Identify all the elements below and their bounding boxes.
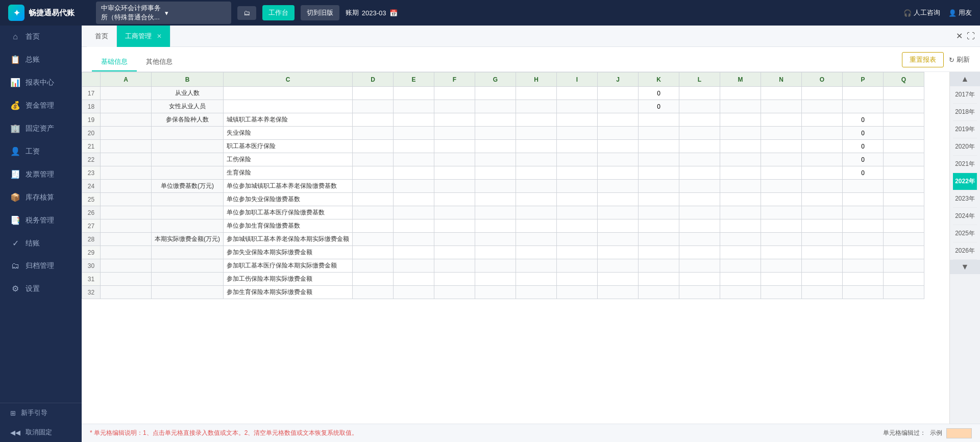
cell-col-h[interactable] (516, 233, 557, 246)
cell-col-l[interactable] (679, 180, 720, 193)
cell-col-c[interactable]: 失业保险 (224, 127, 353, 140)
cell-col-i[interactable] (557, 140, 598, 153)
cell-col-a[interactable] (101, 153, 152, 166)
archive-button[interactable]: 🗂 (237, 6, 256, 20)
cell-col-n[interactable] (761, 100, 802, 113)
cell-col-l[interactable] (679, 193, 720, 206)
sidebar-item-reports[interactable]: 📊报表中心 (0, 71, 82, 94)
window-maximize-button[interactable]: ⛶ (967, 32, 975, 41)
cell-col-b[interactable] (152, 219, 224, 233)
cell-col-i[interactable] (557, 246, 598, 259)
cell-col-i[interactable] (557, 87, 598, 100)
cell-col-e[interactable] (394, 219, 434, 233)
cell-col-q[interactable] (884, 100, 924, 113)
sidebar-item-archive[interactable]: 🗂归档管理 (0, 255, 82, 277)
cell-col-j[interactable] (598, 180, 639, 193)
cell-col-k[interactable] (639, 219, 679, 233)
cell-col-e[interactable] (394, 127, 434, 140)
reset-report-button[interactable]: 重置报表 (902, 52, 944, 67)
sub-tab-basic-info[interactable]: 基础信息 (92, 53, 137, 71)
cell-col-l[interactable] (679, 87, 720, 100)
cell-col-q[interactable] (884, 153, 924, 166)
cell-col-f[interactable] (434, 113, 475, 127)
cell-col-m[interactable] (720, 233, 761, 246)
cell-col-i[interactable] (557, 233, 598, 246)
user-avatar[interactable]: 👤 用友 (948, 8, 972, 17)
cell-col-d[interactable] (353, 166, 394, 180)
cell-col-k[interactable]: 0 (639, 100, 679, 113)
cell-col-h[interactable] (516, 87, 557, 100)
cell-col-p[interactable] (843, 219, 884, 233)
cell-col-i[interactable] (557, 206, 598, 219)
sidebar-item-assets[interactable]: 🏢固定资产 (0, 117, 82, 140)
cell-col-a[interactable] (101, 127, 152, 140)
cell-col-h[interactable] (516, 206, 557, 219)
cell-col-p[interactable]: 0 (843, 127, 884, 140)
cell-col-q[interactable] (884, 286, 924, 299)
cell-col-n[interactable] (761, 87, 802, 100)
sidebar-item-invoice[interactable]: 🧾发票管理 (0, 163, 82, 186)
cell-col-a[interactable] (101, 259, 152, 273)
tab-close-icon[interactable]: ✕ (157, 33, 162, 40)
cell-col-m[interactable] (720, 206, 761, 219)
cell-col-e[interactable] (394, 193, 434, 206)
cell-col-a[interactable] (101, 273, 152, 286)
cell-col-q[interactable] (884, 273, 924, 286)
cell-col-m[interactable] (720, 100, 761, 113)
cell-col-l[interactable] (679, 259, 720, 273)
year-item[interactable]: 2017年 (953, 86, 977, 104)
cell-col-k[interactable] (639, 273, 679, 286)
cell-col-c[interactable]: 参加工伤保险本期实际缴费金额 (224, 273, 353, 286)
ai-consult-button[interactable]: 🎧 人工咨询 (903, 8, 940, 17)
cell-col-k[interactable] (639, 246, 679, 259)
cell-col-p[interactable] (843, 100, 884, 113)
cell-col-k[interactable] (639, 286, 679, 299)
spreadsheet-scroll[interactable]: A B C D E F G H I J (82, 72, 949, 424)
cell-col-m[interactable] (720, 246, 761, 259)
spreadsheet-area[interactable]: A B C D E F G H I J (82, 72, 949, 424)
cell-col-b[interactable] (152, 140, 224, 153)
cell-col-c[interactable] (224, 87, 353, 100)
cell-col-j[interactable] (598, 127, 639, 140)
sidebar-item-unpin[interactable]: ◀◀ 取消固定 (0, 423, 82, 442)
cell-col-e[interactable] (394, 286, 434, 299)
cell-col-o[interactable] (802, 273, 843, 286)
cell-col-q[interactable] (884, 113, 924, 127)
cell-col-g[interactable] (475, 206, 516, 219)
cell-col-j[interactable] (598, 153, 639, 166)
cell-col-i[interactable] (557, 286, 598, 299)
cell-col-f[interactable] (434, 180, 475, 193)
cell-col-n[interactable] (761, 193, 802, 206)
cell-col-i[interactable] (557, 193, 598, 206)
cell-col-g[interactable] (475, 233, 516, 246)
sub-tab-other-info[interactable]: 其他信息 (137, 53, 182, 71)
cell-col-a[interactable] (101, 87, 152, 100)
cell-col-d[interactable] (353, 127, 394, 140)
cell-col-i[interactable] (557, 273, 598, 286)
cell-col-c[interactable]: 城镇职工基本养老保险 (224, 113, 353, 127)
cell-col-q[interactable] (884, 259, 924, 273)
cell-col-f[interactable] (434, 87, 475, 100)
cell-col-m[interactable] (720, 140, 761, 153)
cell-col-c[interactable]: 单位参加城镇职工基本养老保险缴费基数 (224, 180, 353, 193)
cell-col-p[interactable] (843, 180, 884, 193)
cell-col-q[interactable] (884, 180, 924, 193)
cell-col-d[interactable] (353, 219, 394, 233)
cell-col-n[interactable] (761, 206, 802, 219)
cell-col-o[interactable] (802, 259, 843, 273)
cell-col-d[interactable] (353, 233, 394, 246)
cell-col-l[interactable] (679, 100, 720, 113)
year-item[interactable]: 2022年 (953, 173, 977, 190)
cell-col-q[interactable] (884, 87, 924, 100)
cell-col-b[interactable] (152, 259, 224, 273)
cell-col-n[interactable] (761, 219, 802, 233)
cell-col-j[interactable] (598, 206, 639, 219)
cell-col-f[interactable] (434, 206, 475, 219)
cell-col-b[interactable]: 女性从业人员 (152, 100, 224, 113)
cell-col-k[interactable] (639, 153, 679, 166)
cell-col-q[interactable] (884, 206, 924, 219)
cell-col-j[interactable] (598, 193, 639, 206)
cell-col-f[interactable] (434, 153, 475, 166)
year-item[interactable]: 2025年 (953, 225, 977, 242)
cell-col-b[interactable] (152, 286, 224, 299)
